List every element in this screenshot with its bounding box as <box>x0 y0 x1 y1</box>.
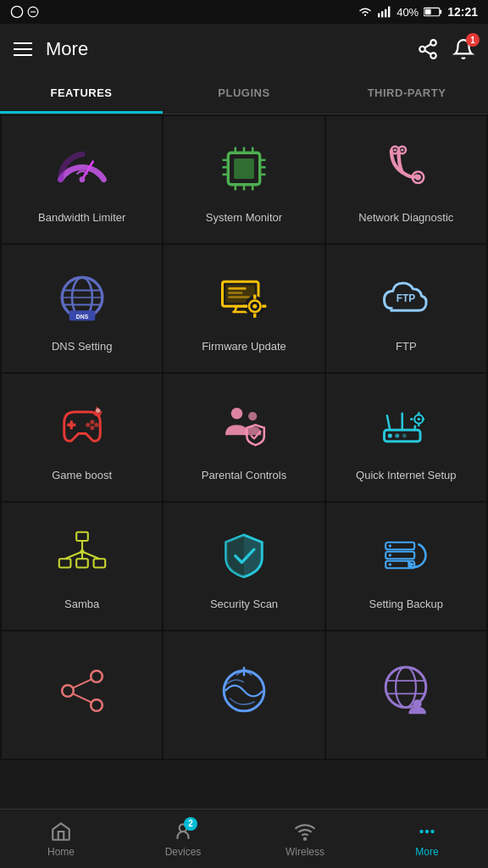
svg-point-114 <box>304 837 306 839</box>
svg-point-37 <box>415 174 421 180</box>
svg-line-90 <box>64 551 81 559</box>
svg-point-13 <box>430 53 436 58</box>
feature-dns-setting[interactable]: DNS DNS Setting <box>2 245 162 372</box>
svg-rect-60 <box>262 304 266 307</box>
status-left <box>10 5 39 19</box>
notification-button[interactable]: 1 <box>452 38 474 60</box>
bandwidth-limiter-icon <box>52 138 113 199</box>
svg-point-99 <box>389 563 391 565</box>
feature-parental-controls[interactable]: Parental Controls <box>164 374 324 501</box>
samba-label: Samba <box>64 598 99 612</box>
svg-rect-48 <box>228 292 242 294</box>
security-scan-icon <box>214 525 274 586</box>
home-icon-wrap <box>50 821 72 843</box>
battery-text: 40% <box>396 6 419 19</box>
firmware-update-icon <box>214 267 274 328</box>
share-icon <box>417 38 439 60</box>
feature-network-diagnostic[interactable]: Network Diagnostic <box>326 116 486 243</box>
svg-rect-88 <box>93 559 105 567</box>
svg-rect-5 <box>381 11 383 17</box>
system-monitor-label: System Monitor <box>206 211 282 225</box>
header-right: 1 <box>417 38 474 60</box>
share-button[interactable] <box>417 38 439 60</box>
svg-point-69 <box>231 407 243 419</box>
feature-samba[interactable]: Samba <box>2 503 162 630</box>
feature-quick-internet-setup[interactable]: Quick Internet Setup <box>326 374 486 501</box>
feature-web-filter[interactable] <box>326 632 486 759</box>
svg-point-77 <box>402 433 407 437</box>
svg-rect-84 <box>422 418 424 420</box>
game-boost-label: Game boost <box>52 469 112 483</box>
feature-security-scan[interactable]: Security Scan <box>164 503 324 630</box>
feature-firmware-update[interactable]: Firmware Update <box>164 245 324 372</box>
svg-line-15 <box>424 44 430 47</box>
svg-rect-87 <box>76 559 88 567</box>
feature-share[interactable] <box>2 632 162 759</box>
svg-point-116 <box>425 829 429 832</box>
dns-setting-icon: DNS <box>52 267 113 328</box>
svg-point-101 <box>91 670 103 682</box>
svg-text:DNS: DNS <box>75 313 88 319</box>
svg-rect-59 <box>243 304 247 307</box>
feature-bandwidth-limiter[interactable]: Bandwidth Limiter <box>2 116 162 243</box>
svg-rect-58 <box>253 313 256 317</box>
firmware-update-label: Firmware Update <box>202 340 286 354</box>
svg-point-56 <box>252 303 257 308</box>
wifi-status-icon <box>358 6 373 18</box>
nav-home[interactable]: Home <box>0 810 122 868</box>
tab-plugins[interactable]: PLUGINS <box>163 75 325 114</box>
svg-point-67 <box>86 422 90 426</box>
bandwidth-limiter-label: Bandwidth Limiter <box>38 211 125 225</box>
nav-more[interactable]: More <box>366 810 488 868</box>
nav-devices[interactable]: 2 Devices <box>122 810 244 868</box>
features-grid: Bandwidth Limiter <box>0 114 488 760</box>
battery-icon <box>424 7 442 17</box>
svg-point-70 <box>248 412 257 420</box>
svg-point-75 <box>388 433 392 437</box>
setting-backup-label: Setting Backup <box>369 598 443 612</box>
home-icon <box>50 821 72 843</box>
svg-rect-81 <box>418 412 420 415</box>
svg-rect-9 <box>440 10 441 14</box>
tabs-bar: FEATURES PLUGINS THIRD-PARTY <box>0 75 488 114</box>
nav-wireless[interactable]: Wireless <box>244 810 366 868</box>
network-diagnostic-label: Network Diagnostic <box>358 211 453 225</box>
web-filter-icon <box>375 660 436 721</box>
status-right: 40% 12:21 <box>358 5 478 19</box>
svg-rect-83 <box>410 418 413 420</box>
svg-point-17 <box>79 176 85 182</box>
android-icon <box>10 5 24 19</box>
parental-controls-label: Parental Controls <box>202 469 286 483</box>
svg-rect-19 <box>234 159 254 179</box>
svg-point-65 <box>94 422 98 426</box>
wireless-icon-wrap <box>294 821 316 843</box>
share-feature-icon <box>52 660 113 721</box>
tab-features[interactable]: FEATURES <box>0 75 163 114</box>
status-bar: 40% 12:21 <box>0 0 488 24</box>
svg-rect-86 <box>58 559 70 567</box>
hamburger-menu[interactable] <box>14 42 32 56</box>
svg-point-80 <box>418 417 420 420</box>
parental-controls-icon <box>214 396 274 457</box>
feature-system-monitor[interactable]: System Monitor <box>164 116 324 243</box>
feature-setting-backup[interactable]: Setting Backup <box>326 503 486 630</box>
svg-rect-49 <box>228 296 250 298</box>
header-left: More <box>14 38 88 60</box>
svg-point-115 <box>419 829 423 832</box>
wireless-icon <box>294 821 316 843</box>
svg-point-0 <box>11 6 22 17</box>
svg-line-14 <box>424 51 430 54</box>
tab-third-party[interactable]: THIRD-PARTY <box>325 75 488 114</box>
feature-game-boost[interactable]: Game boost <box>2 374 162 501</box>
svg-text:FTP: FTP <box>396 292 416 304</box>
network-diagnostic-icon <box>375 138 436 199</box>
quick-internet-setup-icon <box>375 396 436 457</box>
svg-rect-7 <box>388 7 390 18</box>
feature-vpn[interactable] <box>164 632 324 759</box>
svg-line-104 <box>73 679 92 687</box>
svg-point-93 <box>80 549 84 554</box>
more-icon-wrap <box>416 821 438 843</box>
system-monitor-icon <box>214 138 274 199</box>
feature-ftp[interactable]: FTP FTP <box>326 245 486 372</box>
nav-home-label: Home <box>47 846 75 858</box>
